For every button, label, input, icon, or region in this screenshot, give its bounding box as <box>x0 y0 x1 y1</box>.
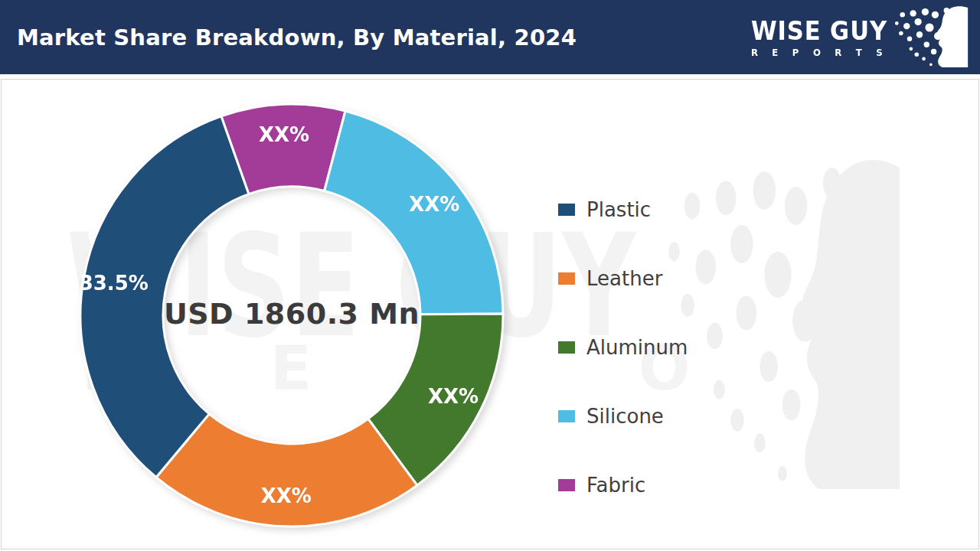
legend-label: Plastic <box>586 200 651 220</box>
legend-swatch-fabric <box>558 479 575 491</box>
wiseguy-logo: WISE GUY R E P O R T S <box>736 5 969 70</box>
logo-face-icon <box>890 5 969 70</box>
legend-label: Aluminum <box>586 337 688 357</box>
legend-item-leather: Leather <box>558 244 688 313</box>
segment-label-aluminum: XX% <box>428 385 479 408</box>
infographic-root: Market Share Breakdown, By Material, 202… <box>0 0 980 551</box>
legend-swatch-plastic <box>558 204 575 216</box>
legend-label: Silicone <box>586 406 664 426</box>
legend-swatch-aluminum <box>558 341 575 354</box>
chart-panel: WISE GUY R E P O R T S XX%XX%XX%XX%33.5%… <box>1 79 979 549</box>
legend-item-fabric: Fabric <box>558 451 688 520</box>
legend-item-silicone: Silicone <box>558 382 688 451</box>
legend: PlasticLeatherAluminumSiliconeFabric <box>558 175 688 520</box>
wiseguy-logo-text: WISE GUY R E P O R T S <box>751 18 888 58</box>
logo-subtitle: R E P O R T S <box>751 47 888 58</box>
legend-item-aluminum: Aluminum <box>558 313 688 382</box>
segment-label-silicone: XX% <box>409 193 459 216</box>
header: Market Share Breakdown, By Material, 202… <box>0 0 980 74</box>
segment-label-fabric: XX% <box>259 123 309 146</box>
legend-item-plastic: Plastic <box>558 175 688 244</box>
donut-chart: XX%XX%XX%XX%33.5% <box>2 80 979 549</box>
page-title: Market Share Breakdown, By Material, 202… <box>17 24 577 51</box>
legend-swatch-leather <box>558 272 575 285</box>
logo-wordmark: WISE GUY <box>751 18 887 44</box>
legend-swatch-silicone <box>558 410 575 422</box>
segment-label-plastic: 33.5% <box>80 272 149 295</box>
legend-label: Fabric <box>586 475 645 495</box>
donut-center-value: USD 1860.3 Mn <box>164 297 420 331</box>
legend-label: Leather <box>586 269 662 289</box>
segment-label-leather: XX% <box>261 484 312 507</box>
